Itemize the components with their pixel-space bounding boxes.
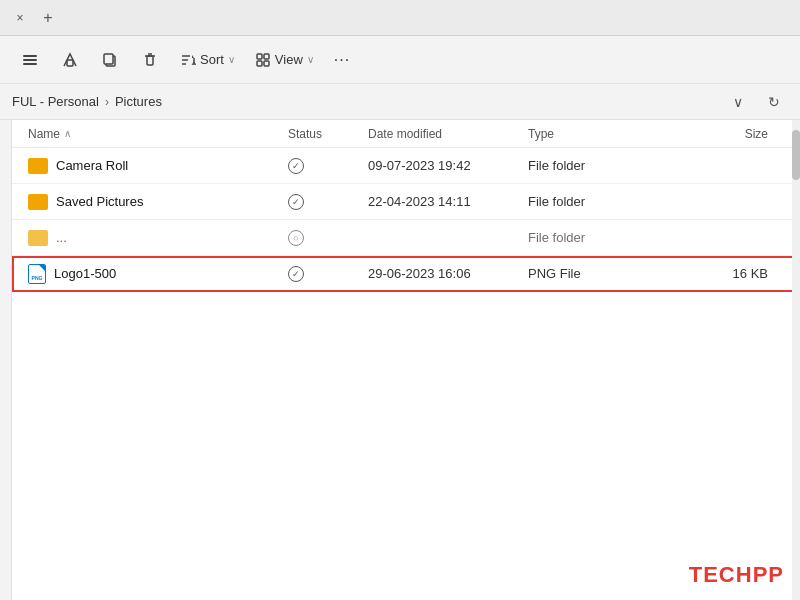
- status-check-icon: ✓: [288, 158, 304, 174]
- breadcrumb-refresh-button[interactable]: ↻: [760, 88, 788, 116]
- table-row[interactable]: Camera Roll✓09-07-2023 19:42File folder: [12, 148, 800, 184]
- table-row[interactable]: Saved Pictures✓22-04-2023 14:11File fold…: [12, 184, 800, 220]
- back-icon: [22, 52, 38, 68]
- folder-icon: [28, 158, 48, 174]
- svg-rect-15: [257, 61, 262, 66]
- toolbar-copy-button[interactable]: [92, 42, 128, 78]
- chevron-down-icon: ∨: [733, 94, 743, 110]
- folder-icon: [28, 230, 48, 246]
- svg-rect-13: [257, 54, 262, 59]
- name-sort-arrow: ∧: [64, 128, 71, 139]
- sort-label: Sort: [200, 52, 224, 67]
- delete-icon: [142, 52, 158, 68]
- file-date-cell: 22-04-2023 14:11: [368, 194, 528, 209]
- file-area: Name ∧ Status Date modified Type Size Ca…: [12, 120, 800, 600]
- toolbar-delete-button[interactable]: [132, 42, 168, 78]
- file-type-cell: PNG File: [528, 266, 648, 281]
- status-sync-icon: ○: [288, 230, 304, 246]
- toolbar-back-button[interactable]: [12, 42, 48, 78]
- breadcrumb-actions: ∨ ↻: [724, 88, 788, 116]
- file-type-cell: File folder: [528, 194, 648, 209]
- file-name-text: ...: [56, 230, 67, 245]
- table-row[interactable]: ...○File folder: [12, 220, 800, 256]
- scrollbar-track[interactable]: [792, 120, 800, 600]
- folder-icon: [28, 194, 48, 210]
- file-size-cell: 16 KB: [648, 266, 784, 281]
- file-name-cell: Camera Roll: [28, 158, 288, 174]
- file-name-cell: Saved Pictures: [28, 194, 288, 210]
- breadcrumb-current: Pictures: [115, 94, 162, 109]
- sidebar: [0, 120, 12, 600]
- name-header-label: Name: [28, 127, 60, 141]
- file-date-cell: 09-07-2023 19:42: [368, 158, 528, 173]
- status-check-icon: ✓: [288, 266, 304, 282]
- tab-close-button[interactable]: ×: [8, 6, 32, 30]
- breadcrumb-dropdown-button[interactable]: ∨: [724, 88, 752, 116]
- svg-rect-3: [67, 60, 73, 66]
- tab-bar: × +: [0, 0, 800, 36]
- svg-rect-5: [104, 54, 113, 64]
- file-status-cell: ○: [288, 230, 368, 246]
- toolbar-more-button[interactable]: ···: [326, 42, 358, 78]
- file-date-cell: 29-06-2023 16:06: [368, 266, 528, 281]
- png-file-icon: [28, 264, 46, 284]
- file-status-cell: ✓: [288, 194, 368, 210]
- sort-chevron-icon: ∨: [228, 54, 235, 65]
- column-name-header[interactable]: Name ∧: [28, 127, 288, 141]
- svg-rect-16: [264, 61, 269, 66]
- column-headers: Name ∧ Status Date modified Type Size: [12, 120, 800, 148]
- file-type-cell: File folder: [528, 230, 648, 245]
- watermark: TECHPP: [689, 562, 784, 588]
- file-status-cell: ✓: [288, 158, 368, 174]
- view-chevron-icon: ∨: [307, 54, 314, 65]
- column-size-header: Size: [648, 127, 784, 141]
- watermark-text2: PP: [753, 562, 784, 587]
- file-type-cell: File folder: [528, 158, 648, 173]
- file-name-text: Camera Roll: [56, 158, 128, 173]
- file-name-cell: ...: [28, 230, 288, 246]
- table-row[interactable]: Logo1-500✓29-06-2023 16:06PNG File16 KB: [12, 256, 800, 292]
- sort-icon: [180, 52, 196, 68]
- file-name-cell: Logo1-500: [28, 264, 288, 284]
- file-name-text: Saved Pictures: [56, 194, 143, 209]
- svg-rect-1: [23, 59, 37, 61]
- toolbar-share-button[interactable]: [52, 42, 88, 78]
- toolbar-sort-button[interactable]: Sort ∨: [172, 42, 243, 78]
- svg-rect-6: [147, 56, 153, 65]
- main-layout: Name ∧ Status Date modified Type Size Ca…: [0, 120, 800, 600]
- status-check-icon: ✓: [288, 194, 304, 210]
- svg-rect-0: [23, 55, 37, 57]
- tab-new-button[interactable]: +: [36, 6, 60, 30]
- breadcrumb: FUL - Personal › Pictures ∨ ↻: [0, 84, 800, 120]
- scrollbar-thumb[interactable]: [792, 130, 800, 180]
- column-type-header: Type: [528, 127, 648, 141]
- file-name-text: Logo1-500: [54, 266, 116, 281]
- breadcrumb-separator: ›: [105, 95, 109, 109]
- file-list: Camera Roll✓09-07-2023 19:42File folderS…: [12, 148, 800, 292]
- more-icon: ···: [334, 51, 350, 69]
- column-status-header: Status: [288, 127, 368, 141]
- view-label: View: [275, 52, 303, 67]
- copy-icon: [102, 52, 118, 68]
- view-icon: [255, 52, 271, 68]
- breadcrumb-path[interactable]: FUL - Personal: [12, 94, 99, 109]
- column-date-header: Date modified: [368, 127, 528, 141]
- refresh-icon: ↻: [768, 94, 780, 110]
- share-icon: [62, 52, 78, 68]
- watermark-text1: TECH: [689, 562, 753, 587]
- toolbar-view-button[interactable]: View ∨: [247, 42, 322, 78]
- file-status-cell: ✓: [288, 266, 368, 282]
- svg-rect-2: [23, 63, 37, 65]
- svg-rect-14: [264, 54, 269, 59]
- toolbar: Sort ∨ View ∨ ···: [0, 36, 800, 84]
